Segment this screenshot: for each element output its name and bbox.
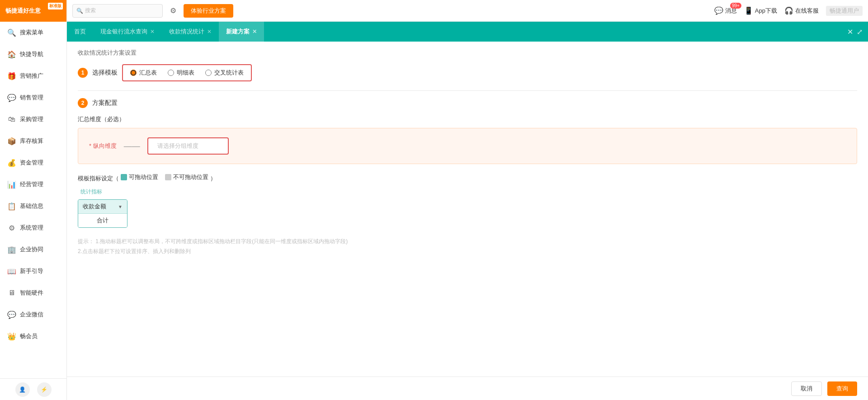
bottom-bar: 取消 查询 (67, 376, 868, 400)
step1-label: 选择模板 (92, 69, 118, 77)
metric-config-row: 统计指标 收款金额 ▼ 合计 (78, 187, 857, 228)
metric-sub: 合计 (97, 217, 108, 224)
radio-detail-input[interactable] (168, 70, 174, 76)
dimension-area: * 纵向维度 —— 请选择分组维度 (78, 128, 857, 164)
hint-1: 提示： 1.拖动标题栏可以调整布局，不可跨维度或指标区域拖动栏目字段(只能在同一… (78, 237, 857, 247)
sidebar-item-purchase[interactable]: 🛍 采购管理 (0, 108, 66, 130)
operation-icon: 📊 (7, 180, 16, 189)
sidebar-label-sales: 销售管理 (20, 94, 43, 102)
search-menu-icon: 🔍 (7, 28, 16, 37)
topbar-search-box: 🔍 搜索 (72, 4, 163, 18)
sidebar-label-capital: 资金管理 (20, 159, 43, 167)
online-service-label: 在线客服 (795, 7, 819, 15)
dimension-row-label: * 纵向维度 (89, 142, 117, 150)
hints: 提示： 1.拖动标题栏可以调整布局，不可跨维度或指标区域拖动栏目字段(只能在同一… (78, 237, 857, 256)
tab-home[interactable]: 首页 (67, 22, 93, 42)
sales-icon: 💬 (7, 94, 16, 102)
tab-collection-stat[interactable]: 收款情况统计 ✕ (162, 22, 219, 42)
sidebar-label-system: 系统管理 (20, 224, 43, 232)
sidebar-bottom: 👤 ⚡ (0, 378, 66, 400)
sidebar-label-purchase: 采购管理 (20, 115, 43, 123)
metric-tag-header[interactable]: 收款金额 ▼ (78, 200, 127, 214)
step1-num: 1 (78, 68, 88, 78)
cancel-button[interactable]: 取消 (791, 381, 822, 396)
capital-icon: 💰 (7, 159, 16, 167)
tab-bank-flow-close[interactable]: ✕ (150, 28, 155, 35)
tab-new-plan-close[interactable]: ✕ (252, 28, 257, 35)
logo-text: 畅捷通好生意 (5, 7, 41, 15)
topbar-gear-btn[interactable]: ⚙ (166, 4, 180, 18)
radio-detail[interactable]: 明细表 (168, 69, 194, 77)
metric-tag-body: 合计 (78, 214, 127, 227)
step2-label: 方案配置 (92, 99, 118, 107)
sidebar-item-capital[interactable]: 💰 资金管理 (0, 152, 66, 174)
radio-summary[interactable]: 汇总表 (130, 69, 157, 77)
sidebar-item-operation[interactable]: 📊 经营管理 (0, 174, 66, 195)
step1-section: 1 选择模板 汇总表 明细表 交叉统计表 (78, 64, 857, 81)
message-btn[interactable]: 💬 消息 99+ (714, 6, 737, 15)
tab-new-plan-label: 新建方案 (226, 28, 250, 36)
dimension-config: 汇总维度（必选） * 纵向维度 —— 请选择分组维度 (78, 115, 857, 164)
sidebar-item-newbie[interactable]: 📖 新手引导 (0, 260, 66, 282)
radio-detail-label: 明细表 (177, 69, 194, 77)
system-icon: ⚙ (7, 224, 16, 232)
sidebar-logo: 畅捷通好生意 标准版 (0, 0, 66, 22)
metric-name: 收款金额 (83, 202, 106, 211)
nav-close-icon[interactable]: ✕ (847, 28, 853, 36)
sidebar-label-quick-nav: 快捷导航 (20, 50, 43, 58)
sidebar-item-member[interactable]: 👑 畅会员 (0, 325, 66, 347)
sidebar-item-hardware[interactable]: 🖥 智能硬件 (0, 282, 66, 304)
template-select-group: 汇总表 明细表 交叉统计表 (122, 64, 252, 81)
tab-collection-stat-close[interactable]: ✕ (207, 28, 212, 35)
stats-label: 统计指标 (78, 187, 105, 197)
sidebar-label-weixin: 企业微信 (20, 311, 43, 319)
radio-summary-input[interactable] (130, 70, 137, 76)
message-badge: 99+ (730, 3, 741, 9)
sidebar-item-sales[interactable]: 💬 销售管理 (0, 87, 66, 108)
sidebar-bottom-icon1[interactable]: 👤 (15, 382, 30, 397)
sidebar-item-weixin[interactable]: 💬 企业微信 (0, 304, 66, 325)
quick-nav-icon: 🏠 (7, 50, 16, 59)
content-inner: 收款情况统计方案设置 1 选择模板 汇总表 明细表 (67, 42, 868, 376)
nav-tabs-actions: ✕ ⤢ (842, 22, 868, 42)
sidebar-item-enterprise[interactable]: 🏢 企业协同 (0, 239, 66, 260)
newbie-icon: 📖 (7, 267, 16, 276)
sidebar-label-newbie: 新手引导 (20, 267, 43, 275)
tab-new-plan[interactable]: 新建方案 ✕ (219, 22, 264, 42)
nav-expand-icon[interactable]: ⤢ (857, 28, 863, 36)
app-download-btn[interactable]: 📱 App下载 (744, 6, 777, 15)
topbar-right: 💬 消息 99+ 📱 App下载 🎧 在线客服 畅捷通用户 (714, 6, 863, 16)
tab-bank-flow[interactable]: 现金银行流水查询 ✕ (93, 22, 162, 42)
online-service-btn[interactable]: 🎧 在线客服 (784, 6, 819, 15)
sidebar: 畅捷通好生意 标准版 🔍 搜索菜单 🏠 快捷导航 🎁 营销推广 💬 销售管理 🛍… (0, 0, 67, 400)
basic-icon: 📋 (7, 202, 16, 211)
draggable-indicator (121, 174, 127, 180)
sidebar-item-basic[interactable]: 📋 基础信息 (0, 195, 66, 217)
app-download-label: App下载 (755, 7, 777, 15)
dimension-selector[interactable]: 请选择分组维度 (147, 137, 229, 155)
metric-title-end: ） (210, 175, 216, 182)
radio-cross-input[interactable] (205, 70, 212, 76)
sidebar-item-quick-nav[interactable]: 🏠 快捷导航 (0, 43, 66, 65)
sidebar-label-inventory: 库存核算 (20, 137, 43, 145)
sidebar-label-marketing: 营销推广 (20, 72, 43, 80)
metric-header: 模板指标设定（ 可拖动位置 不可拖动位置 ） (78, 173, 857, 183)
radio-cross[interactable]: 交叉统计表 (205, 69, 244, 77)
query-button[interactable]: 查询 (827, 381, 857, 396)
metric-title-text: 模板指标设定（ (78, 175, 119, 182)
non-draggable-indicator (165, 174, 171, 180)
marketing-icon: 🎁 (7, 72, 16, 80)
sidebar-item-system[interactable]: ⚙ 系统管理 (0, 217, 66, 239)
sidebar-label-hardware: 智能硬件 (20, 289, 43, 297)
inventory-icon: 📦 (7, 137, 16, 146)
sidebar-item-marketing[interactable]: 🎁 营销推广 (0, 65, 66, 87)
sidebar-bottom-icon2[interactable]: ⚡ (37, 382, 52, 397)
sidebar-item-inventory[interactable]: 📦 库存核算 (0, 130, 66, 152)
username: 畅捷通用户 (826, 6, 863, 16)
dimension-arrow: —— (124, 141, 140, 151)
non-draggable-label: 不可拖动位置 (173, 173, 208, 181)
industry-plan-btn[interactable]: 体验行业方案 (184, 4, 233, 18)
sidebar-item-search-menu[interactable]: 🔍 搜索菜单 (0, 22, 66, 43)
sidebar-label-enterprise: 企业协同 (20, 245, 43, 254)
logo-badge: 标准版 (48, 3, 63, 9)
